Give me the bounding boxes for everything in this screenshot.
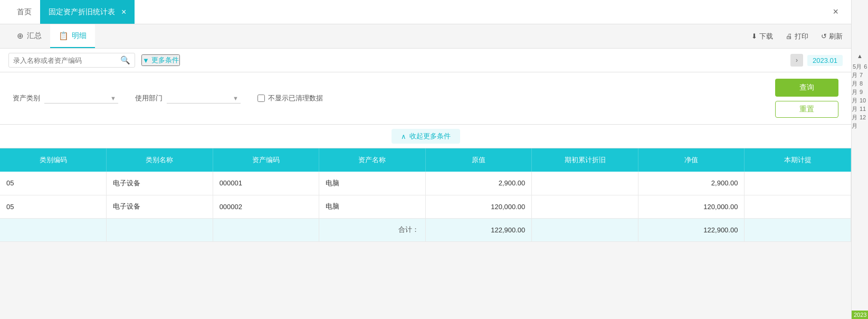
download-label: 下载 bbox=[759, 32, 773, 41]
col-header-1: 类别名称 bbox=[107, 148, 213, 172]
print-icon: 🖨 bbox=[786, 32, 793, 40]
cell-1-6: 120,000.00 bbox=[638, 195, 745, 218]
cell-1-0: 05 bbox=[0, 195, 107, 218]
detail-icon: 📋 bbox=[59, 31, 69, 41]
download-button[interactable]: ⬇ 下载 bbox=[751, 32, 773, 41]
cell-0-0: 05 bbox=[0, 172, 107, 195]
right-sidebar: ▲ 5月6月7月8月9月10月11月12月 2023 bbox=[851, 0, 868, 319]
dept-dropdown-arrow: ▼ bbox=[233, 95, 239, 101]
dept-label: 使用部门 bbox=[135, 93, 163, 103]
col-header-2: 资产编码 bbox=[213, 148, 319, 172]
search-input-wrap: 🔍 bbox=[8, 53, 135, 68]
table-total-row: 合计：122,900.00122,900.00 bbox=[0, 218, 851, 241]
dept-select[interactable] bbox=[169, 94, 233, 102]
nav-tab-label: 固定资产折旧统计表 bbox=[49, 7, 115, 17]
cell-1-5 bbox=[532, 195, 638, 218]
more-filter-button[interactable]: ▼ 更多条件 bbox=[141, 54, 180, 66]
cell-0-1: 电子设备 bbox=[107, 172, 213, 195]
hide-cleared-filter: 不显示已清理数据 bbox=[257, 93, 323, 103]
table-row[interactable]: 05电子设备000002电脑120,000.00120,000.00 bbox=[0, 195, 851, 218]
window-close-button[interactable]: × bbox=[828, 4, 843, 20]
sidebar-year-badge: 2023 bbox=[852, 311, 868, 319]
filter-icon: ▼ bbox=[142, 57, 149, 64]
date-badge: 2023.01 bbox=[807, 55, 843, 66]
cell-1-7 bbox=[745, 195, 851, 218]
data-table: 类别编码类别名称资产编码资产名称原值期初累计折旧净值本期计提 05电子设备000… bbox=[0, 148, 851, 242]
tab-detail[interactable]: 📋 明细 bbox=[50, 24, 95, 48]
asset-type-select-wrap[interactable]: ▼ bbox=[44, 93, 118, 104]
reset-button[interactable]: 重置 bbox=[775, 101, 838, 118]
collapse-up-icon: ∧ bbox=[401, 133, 406, 140]
refresh-icon: ↺ bbox=[821, 32, 827, 40]
collapse-button[interactable]: ∧ 收起更多条件 bbox=[392, 129, 460, 144]
col-header-6: 净值 bbox=[638, 148, 745, 172]
col-header-0: 类别编码 bbox=[0, 148, 107, 172]
download-icon: ⬇ bbox=[751, 32, 757, 40]
sub-tabs: ⊕ 汇总 📋 明细 ⬇ 下载 🖨 打印 ↺ 刷新 bbox=[0, 24, 851, 49]
table-row[interactable]: 05电子设备000001电脑2,900.002,900.00 bbox=[0, 172, 851, 195]
cell-0-5 bbox=[532, 172, 638, 195]
print-label: 打印 bbox=[795, 32, 808, 41]
sidebar-months: 5月6月7月8月9月10月11月12月 bbox=[852, 62, 868, 130]
search-icon[interactable]: 🔍 bbox=[120, 55, 130, 65]
col-header-5: 期初累计折旧 bbox=[532, 148, 638, 172]
table-header-row: 类别编码类别名称资产编码资产名称原值期初累计折旧净值本期计提 bbox=[0, 148, 851, 172]
search-bar-right: › 2023.01 bbox=[790, 54, 843, 67]
dept-filter: 使用部门 ▼ bbox=[135, 93, 241, 104]
print-button[interactable]: 🖨 打印 bbox=[786, 32, 808, 41]
hide-cleared-checkbox[interactable] bbox=[257, 95, 265, 102]
nav-tab-close[interactable]: × bbox=[121, 7, 126, 17]
sidebar-scroll-up[interactable]: ▲ bbox=[857, 53, 863, 59]
asset-type-filter: 资产类别 ▼ bbox=[13, 93, 118, 104]
asset-type-label: 资产类别 bbox=[13, 93, 40, 103]
hide-cleared-label: 不显示已清理数据 bbox=[268, 93, 323, 103]
summary-icon: ⊕ bbox=[17, 31, 24, 41]
total-cell-5 bbox=[532, 218, 638, 241]
cell-1-1: 电子设备 bbox=[107, 195, 213, 218]
table-wrap: 类别编码类别名称资产编码资产名称原值期初累计折旧净值本期计提 05电子设备000… bbox=[0, 148, 851, 242]
asset-type-select[interactable] bbox=[46, 94, 110, 102]
filter-area: 资产类别 ▼ 使用部门 ▼ 不显示已清理数 bbox=[0, 72, 851, 125]
cell-0-6: 2,900.00 bbox=[638, 172, 745, 195]
query-button[interactable]: 查询 bbox=[775, 79, 838, 97]
total-cell-7 bbox=[745, 218, 851, 241]
cell-0-4: 2,900.00 bbox=[425, 172, 532, 195]
cell-1-3: 电脑 bbox=[319, 195, 426, 218]
total-cell-2 bbox=[213, 218, 319, 241]
total-cell-3: 合计： bbox=[319, 218, 426, 241]
refresh-label: 刷新 bbox=[829, 32, 843, 41]
collapse-arrow-button[interactable]: › bbox=[790, 54, 803, 67]
nav-tab-fixed-assets[interactable]: 固定资产折旧统计表 × bbox=[40, 0, 135, 24]
col-header-7: 本期计提 bbox=[745, 148, 851, 172]
filter-row: 资产类别 ▼ 使用部门 ▼ 不显示已清理数 bbox=[13, 79, 838, 118]
total-cell-0 bbox=[0, 218, 107, 241]
search-input[interactable] bbox=[13, 57, 117, 64]
search-bar: 🔍 ▼ 更多条件 › 2023.01 bbox=[0, 49, 851, 72]
total-cell-1 bbox=[107, 218, 213, 241]
total-cell-6: 122,900.00 bbox=[638, 218, 745, 241]
more-filter-label: 更多条件 bbox=[151, 55, 179, 65]
collapse-label: 收起更多条件 bbox=[409, 132, 451, 141]
table-body: 05电子设备000001电脑2,900.002,900.0005电子设备0000… bbox=[0, 172, 851, 241]
asset-type-dropdown-arrow: ▼ bbox=[110, 95, 116, 101]
cell-0-2: 000001 bbox=[213, 172, 319, 195]
filter-actions: 查询 重置 bbox=[775, 79, 838, 118]
dept-select-wrap[interactable]: ▼ bbox=[167, 93, 241, 104]
nav-home[interactable]: 首页 bbox=[8, 7, 40, 17]
cell-0-7 bbox=[745, 172, 851, 195]
col-header-3: 资产名称 bbox=[319, 148, 426, 172]
top-nav: 首页 固定资产折旧统计表 × × bbox=[0, 0, 851, 24]
tab-detail-label: 明细 bbox=[72, 31, 87, 41]
cell-0-3: 电脑 bbox=[319, 172, 426, 195]
col-header-4: 原值 bbox=[425, 148, 532, 172]
refresh-button[interactable]: ↺ 刷新 bbox=[821, 32, 843, 41]
tab-summary-label: 汇总 bbox=[27, 31, 42, 41]
collapse-bar: ∧ 收起更多条件 bbox=[0, 125, 851, 148]
cell-1-2: 000002 bbox=[213, 195, 319, 218]
tab-summary[interactable]: ⊕ 汇总 bbox=[8, 24, 50, 48]
cell-1-4: 120,000.00 bbox=[425, 195, 532, 218]
toolbar-right: ⬇ 下载 🖨 打印 ↺ 刷新 bbox=[751, 32, 843, 41]
total-cell-4: 122,900.00 bbox=[425, 218, 532, 241]
